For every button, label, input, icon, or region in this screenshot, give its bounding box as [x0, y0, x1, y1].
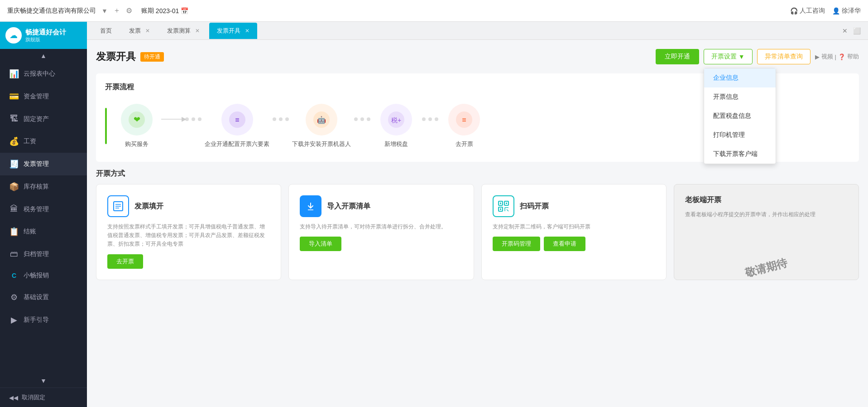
page-content: 发票开具 待开通 立即开通 开票设置 ▼ 企业信息 开票信息 配置税盘信息	[87, 40, 868, 407]
billing-card-import: 导入开票清单 支持导入待开票清单，可对待开票清单进行拆分、合并处理。 导入清单	[288, 184, 474, 280]
settings-icon[interactable]: ⚙	[126, 6, 132, 15]
period-label: 账期	[141, 7, 154, 15]
billing-icon-manual	[107, 195, 129, 217]
connector-4	[419, 117, 441, 121]
dropdown-item-invoice-info[interactable]: 开票信息	[704, 87, 776, 107]
cancel-pin-btn[interactable]: ◀◀ 取消固定	[0, 388, 87, 407]
billing-card-scan-header: 扫码开票	[493, 195, 655, 217]
flow-step-config: ≡ 企业开通配置开票六要素	[205, 104, 269, 148]
qr-manage-btn[interactable]: 开票码管理	[493, 237, 540, 251]
tab-invoice-calc-close[interactable]: ✕	[195, 28, 200, 34]
sidebar-item-fund[interactable]: 💳 资金管理	[0, 85, 87, 108]
step-go-invoice-label: 去开票	[456, 140, 473, 148]
tab-maximize[interactable]: ⬜	[851, 25, 863, 36]
sidebar-item-guide[interactable]: ▶ 新手引导	[0, 309, 87, 331]
go-invoice-btn[interactable]: 去开票	[107, 254, 143, 269]
sidebar-item-settle[interactable]: 📋 结账	[0, 220, 87, 243]
sidebar-scroll-down[interactable]: ▼	[0, 374, 87, 388]
report-icon: C	[9, 272, 19, 279]
step-taxdisk-icon: 税+	[380, 104, 412, 136]
archive-icon: 🗃	[9, 249, 19, 259]
calendar-icon[interactable]: 📅	[181, 7, 188, 15]
sidebar-item-fixed-assets[interactable]: 🏗 固定资产	[0, 108, 87, 130]
svg-rect-20	[500, 203, 501, 204]
logo-title: 畅捷通好会计	[25, 28, 66, 36]
cloud-report-icon: 📊	[9, 69, 19, 79]
billing-manual-title: 发票填开	[134, 202, 163, 211]
separator: |	[835, 53, 836, 60]
accounting-period: 账期 2023-01 📅	[141, 7, 188, 15]
sidebar-item-basic[interactable]: ⚙ 基础设置	[0, 286, 87, 309]
billing-boss-desc: 查看老板端小程序提交的开票申请，并作出相应的处理	[685, 210, 848, 219]
boss-coming-soon-overlay: 敬请期待	[674, 261, 858, 275]
settings-btn[interactable]: 开票设置 ▼	[704, 49, 753, 64]
sidebar-item-label: 税务管理	[24, 205, 49, 213]
settings-dropdown-menu: 企业信息 开票信息 配置税盘信息 打印机管理 下载开票客户端	[704, 68, 776, 164]
video-help[interactable]: ▶ 视频 | ❓ 帮助	[815, 53, 859, 61]
tab-invoice-close[interactable]: ✕	[145, 28, 150, 34]
tab-invoice[interactable]: 发票 ✕	[121, 23, 158, 39]
dropdown-item-printer[interactable]: 打印机管理	[704, 126, 776, 145]
logo-icon: ☁	[5, 27, 22, 44]
billing-scan-desc: 支持定制开票二维码，客户端可扫码开票	[493, 223, 655, 231]
import-list-btn[interactable]: 导入清单	[300, 237, 341, 251]
billing-card-boss-header: 老板端开票	[685, 195, 848, 205]
tab-home[interactable]: 首页	[92, 23, 120, 39]
sidebar-item-inventory[interactable]: 📦 库存核算	[0, 175, 87, 198]
sidebar-item-cloud-report[interactable]: 📊 云报表中心	[0, 63, 87, 85]
tab-invoice-calc[interactable]: 发票测算 ✕	[159, 23, 207, 39]
dropdown-arrow-icon[interactable]: ▼	[101, 7, 108, 15]
sidebar-item-label: 归档管理	[24, 250, 49, 258]
help-btn[interactable]: 🎧 人工咨询	[790, 7, 825, 15]
sidebar-nav: 📊 云报表中心 💳 资金管理 🏗 固定资产 💰 工资 🧾 发票管理 📦	[0, 63, 87, 374]
sidebar-scroll-up[interactable]: ▲	[0, 49, 87, 63]
svg-text:❤: ❤	[134, 115, 140, 124]
dropdown-item-download[interactable]: 下载开票客户端	[704, 145, 776, 164]
invoice-icon: 🧾	[9, 159, 19, 169]
flow-step-download: 🤖 下载并安装开票机器人	[292, 104, 351, 148]
svg-rect-22	[500, 208, 501, 210]
connector-3	[351, 117, 374, 121]
avatar-icon: 👤	[832, 7, 840, 15]
sidebar-item-invoice[interactable]: 🧾 发票管理	[0, 153, 87, 175]
fund-icon: 💳	[9, 92, 19, 102]
status-badge: 待开通	[140, 52, 164, 62]
user-info[interactable]: 👤 徐泽华	[832, 7, 861, 15]
sidebar-item-label: 云报表中心	[24, 70, 55, 78]
billing-title: 开票方式	[96, 169, 859, 179]
settle-icon: 📋	[9, 227, 19, 237]
tab-invoice-issue[interactable]: 发票开具 ✕	[209, 23, 257, 39]
connector-2	[269, 117, 292, 121]
add-tab-icon[interactable]: ＋	[113, 6, 120, 15]
dropdown-item-tax-disk[interactable]: 配置税盘信息	[704, 107, 776, 126]
page-header-actions: 立即开通 开票设置 ▼ 企业信息 开票信息 配置税盘信息 打印机管理 下载开	[656, 49, 859, 64]
tab-invoice-issue-close[interactable]: ✕	[245, 28, 249, 34]
step-config-icon: ≡	[221, 104, 253, 136]
tax-icon: 🏛	[9, 204, 19, 214]
payroll-icon: 💰	[9, 136, 19, 146]
page-title: 发票开具	[96, 50, 136, 63]
settings-btn-label: 开票设置	[711, 53, 737, 61]
tab-invoice-issue-label: 发票开具	[217, 27, 240, 35]
tab-bar-actions: ✕ ⬜	[840, 25, 863, 36]
tab-invoice-calc-label: 发票测算	[167, 27, 191, 35]
sidebar-item-payroll[interactable]: 💰 工资	[0, 130, 87, 153]
tab-home-label: 首页	[100, 27, 112, 35]
billing-scan-title: 扫码开票	[520, 202, 549, 211]
sidebar-item-label: 工资	[24, 137, 36, 145]
anomaly-btn[interactable]: 异常清单查询	[757, 49, 810, 64]
billing-manual-desc: 支持按照发票样式手工填开发票；可开具增值税电子普通发票、增值税普通发票、增值税专…	[107, 223, 270, 249]
dropdown-arrow: ▼	[739, 53, 745, 60]
sidebar-item-label: 发票管理	[24, 160, 49, 168]
sidebar-item-archive[interactable]: 🗃 归档管理	[0, 243, 87, 265]
tab-close-all[interactable]: ✕	[840, 25, 849, 36]
activate-btn[interactable]: 立即开通	[656, 49, 699, 64]
sidebar-item-tax[interactable]: 🏛 税务管理	[0, 198, 87, 220]
sidebar-item-report[interactable]: C 小畅报销	[0, 265, 87, 286]
sidebar-item-label: 新手引导	[24, 316, 49, 324]
sidebar-item-label: 基础设置	[24, 293, 49, 301]
step-buy-icon: ❤	[121, 104, 153, 136]
sidebar-item-label: 固定资产	[24, 115, 49, 123]
dropdown-item-company[interactable]: 企业信息	[704, 68, 776, 87]
view-apply-btn[interactable]: 查看申请	[544, 237, 585, 251]
